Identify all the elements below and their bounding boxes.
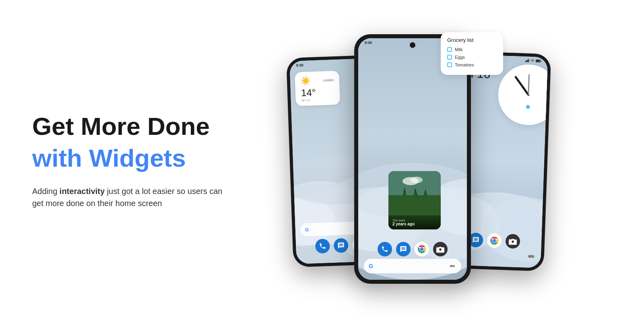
milk-checkbox[interactable] bbox=[447, 47, 452, 52]
phone-right-status-icons bbox=[525, 59, 541, 62]
chrome-app-icon-center[interactable] bbox=[415, 242, 429, 256]
phones-section: 9:30 ☀️ London 14° 16° 11° bbox=[266, 0, 644, 322]
weather-sun-icon: ☀️ bbox=[301, 76, 311, 86]
svg-point-48 bbox=[453, 265, 455, 267]
wifi-icon-right bbox=[530, 59, 535, 62]
weather-widget[interactable]: ☀️ London 14° 16° 11° bbox=[295, 71, 340, 106]
grocery-list-widget[interactable]: Grocery list Milk Eggs Tomatoes bbox=[441, 32, 503, 75]
phone-app-icon[interactable] bbox=[315, 239, 330, 254]
grocery-item-eggs[interactable]: Eggs bbox=[447, 55, 497, 60]
weather-temp: 14° bbox=[301, 86, 334, 99]
phone-app-icon-center[interactable] bbox=[378, 242, 392, 256]
camera-app-icon-right[interactable] bbox=[505, 234, 520, 249]
memories-time: 2 years ago bbox=[392, 222, 437, 226]
headline-line2: with Widgets bbox=[32, 144, 233, 172]
memories-bg: This week 2 years ago bbox=[388, 171, 441, 229]
svg-rect-59 bbox=[536, 60, 540, 62]
tomatoes-label: Tomatoes bbox=[455, 62, 474, 67]
weather-range: 16° 11° bbox=[301, 98, 334, 102]
svg-rect-56 bbox=[528, 59, 529, 62]
milk-label: Milk bbox=[455, 47, 463, 52]
battery-icon-right bbox=[536, 59, 541, 62]
signal-icon-right bbox=[525, 59, 529, 62]
chrome-app-icon-right[interactable] bbox=[487, 233, 502, 248]
phone-left-time: 9:30 bbox=[296, 63, 303, 68]
phone-center-dock-icons bbox=[358, 242, 467, 256]
memories-widget[interactable]: This week 2 years ago bbox=[388, 171, 441, 229]
messages-app-icon[interactable] bbox=[334, 238, 349, 253]
grocery-item-milk[interactable]: Milk bbox=[447, 47, 497, 52]
memories-overlay: This week 2 years ago bbox=[388, 216, 441, 229]
svg-rect-55 bbox=[527, 60, 528, 62]
svg-rect-58 bbox=[541, 60, 541, 62]
eggs-label: Eggs bbox=[455, 55, 465, 60]
svg-rect-53 bbox=[525, 61, 526, 62]
headline: Get More Done with Widgets bbox=[32, 113, 233, 172]
eggs-checkbox[interactable] bbox=[447, 55, 452, 60]
left-section: Get More Done with Widgets Adding intera… bbox=[0, 89, 266, 233]
phone-center-search-bar[interactable]: G bbox=[364, 259, 461, 273]
google-logo-center: G bbox=[369, 263, 373, 269]
messages-app-icon-center[interactable] bbox=[396, 242, 411, 256]
svg-rect-54 bbox=[526, 60, 527, 62]
phone-center-time: 9:30 bbox=[365, 41, 372, 45]
description: Adding interactivity just got a lot easi… bbox=[32, 185, 225, 209]
svg-line-62 bbox=[528, 75, 529, 95]
weather-city: London bbox=[323, 78, 334, 82]
google-logo: G bbox=[305, 227, 309, 233]
phone-center-dock: G bbox=[358, 239, 467, 277]
google-assistant-icon bbox=[448, 262, 456, 270]
camera-app-icon-center[interactable] bbox=[433, 242, 448, 256]
svg-point-41 bbox=[411, 177, 423, 183]
grocery-item-tomatoes[interactable]: Tomatoes bbox=[447, 62, 497, 67]
google-assistant-icon-right[interactable] bbox=[526, 252, 536, 262]
grocery-list-title: Grocery list bbox=[447, 37, 497, 43]
svg-point-44 bbox=[420, 248, 424, 251]
weather-top: ☀️ London bbox=[301, 75, 334, 86]
description-text: Adding interactivity just got a lot easi… bbox=[32, 187, 222, 208]
camera-notch bbox=[410, 42, 415, 48]
tomatoes-checkbox[interactable] bbox=[447, 62, 452, 67]
memories-label: This week bbox=[392, 219, 437, 222]
headline-line1: Get More Done bbox=[32, 113, 233, 140]
